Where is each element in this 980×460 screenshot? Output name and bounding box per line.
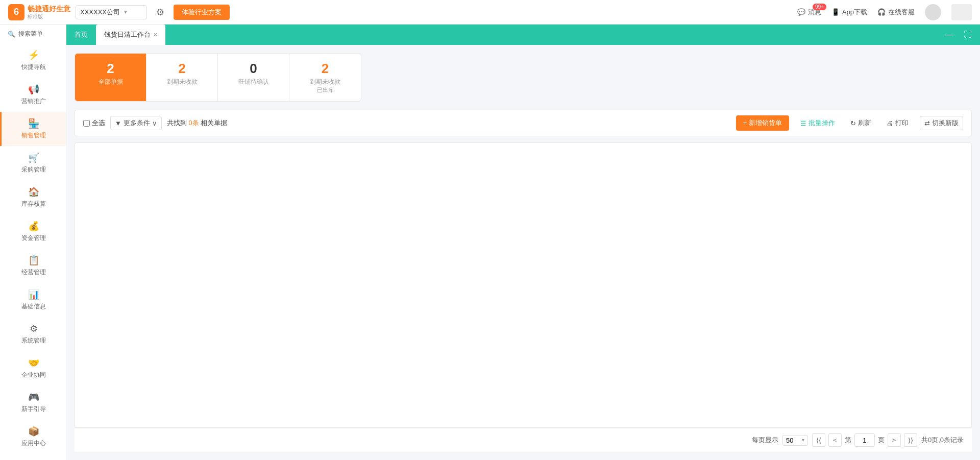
- stat-all[interactable]: 2 全部单据: [75, 54, 146, 101]
- sidebar-search[interactable]: 🔍 搜索菜单: [0, 25, 66, 43]
- next-page-button[interactable]: ＞: [888, 433, 901, 447]
- sidebar-item-system[interactable]: ⚙ 系统管理: [0, 317, 66, 351]
- print-button[interactable]: 🖨 打印: [883, 116, 913, 130]
- logo-area: 6 畅捷通好生意 标准版: [8, 4, 70, 20]
- experience-button[interactable]: 体验行业方案: [174, 5, 230, 20]
- sidebar-label-quick-nav: 快捷导航: [21, 63, 46, 71]
- sidebar-item-sales[interactable]: 🏪 销售管理: [0, 112, 66, 146]
- minimize-button[interactable]: —: [942, 28, 957, 42]
- stat-overdue-shipped-sublabel: 已出库: [305, 86, 346, 94]
- top-header: 6 畅捷通好生意 标准版 XXXXXX公司 ▼ ⚙ 体验行业方案 💬 消息 99…: [0, 0, 980, 25]
- page-content: 2 全部单据 2 到期未收款 0 旺铺待确认 2 到期未收款 已出库: [66, 45, 980, 460]
- tab-home[interactable]: 首页: [66, 25, 96, 45]
- batch-operation-button[interactable]: ☰ 批量操作: [796, 116, 839, 130]
- logo-main: 畅捷通好生意: [28, 4, 70, 13]
- marketing-icon: 📢: [28, 84, 39, 95]
- search-icon: 🔍: [8, 31, 15, 38]
- settings-button[interactable]: ⚙: [152, 4, 168, 20]
- cooperation-icon: 🤝: [28, 357, 39, 369]
- toolbar: 全选 ▼ 更多条件 ∨ 共找到 0条 相关单据 + 新增销货单 ☰: [75, 110, 972, 136]
- switch-label: 切换新版: [932, 118, 959, 128]
- sidebar-item-operations[interactable]: 📋 经营管理: [0, 249, 66, 283]
- stat-overdue-shipped[interactable]: 2 到期未收款 已出库: [289, 54, 361, 101]
- refresh-button[interactable]: ↻ 刷新: [846, 116, 875, 130]
- refresh-icon: ↻: [850, 119, 856, 127]
- logo-icon: 6: [8, 4, 24, 20]
- stat-pending[interactable]: 0 旺铺待确认: [218, 54, 289, 101]
- sidebar-item-finance[interactable]: 💰 资金管理: [0, 214, 66, 249]
- sidebar-label-app-center: 应用中心: [21, 439, 46, 448]
- maximize-button[interactable]: ⛶: [961, 28, 975, 42]
- batch-label: 批量操作: [808, 118, 835, 128]
- sidebar-label-finance: 资金管理: [21, 234, 46, 243]
- toolbar-right: + 新增销货单 ☰ 批量操作 ↻ 刷新 🖨 打印 ⇄: [736, 115, 963, 131]
- app-icon: 📱: [831, 8, 840, 16]
- message-icon: 💬: [797, 8, 805, 16]
- filter-button[interactable]: ▼ 更多条件 ∨: [110, 116, 162, 130]
- print-label: 打印: [895, 118, 909, 128]
- sidebar-item-quick-nav[interactable]: ⚡ 快捷导航: [0, 43, 66, 78]
- purchase-icon: 🛒: [28, 152, 39, 163]
- sidebar-label-cooperation: 企业协同: [21, 371, 46, 379]
- online-support-button[interactable]: 🎧 在线客服: [877, 8, 915, 17]
- home-tab-label: 首页: [75, 30, 88, 39]
- sidebar-item-app-center[interactable]: 📦 应用中心: [0, 420, 66, 454]
- filter-label: 更多条件: [124, 118, 150, 128]
- page-input[interactable]: [854, 433, 875, 447]
- print-icon: 🖨: [887, 119, 893, 127]
- workspace-tab-label: 钱货日清工作台: [104, 30, 151, 39]
- sidebar-label-purchase: 采购管理: [21, 165, 46, 174]
- stat-overdue-shipped-number: 2: [305, 61, 346, 77]
- tab-close-icon[interactable]: ×: [154, 31, 157, 38]
- inventory-icon: 🏠: [28, 186, 39, 198]
- avatar[interactable]: [925, 4, 941, 20]
- select-all-label[interactable]: 全选: [83, 118, 105, 128]
- table-area: [75, 142, 972, 428]
- tab-controls: — ⛶: [937, 28, 980, 42]
- content-area: 首页 钱货日清工作台 × — ⛶ 2 全部单据 2 到期: [66, 25, 980, 460]
- sidebar-item-marketing[interactable]: 📢 营销推广: [0, 78, 66, 112]
- system-icon: ⚙: [30, 323, 38, 334]
- pagination: 每页显示 50 10 20 100 ⟨⟨ ＜ 第 页 ＞ ⟩⟩: [75, 428, 972, 452]
- switch-version-button[interactable]: ⇄ 切换新版: [920, 116, 963, 130]
- per-page-select[interactable]: 50 10 20 100: [782, 435, 808, 446]
- first-page-button[interactable]: ⟨⟨: [812, 433, 825, 447]
- new-sale-button[interactable]: + 新增销货单: [736, 115, 789, 131]
- company-name: XXXXXX公司: [80, 8, 120, 17]
- sidebar-label-sales: 销售管理: [21, 131, 46, 140]
- select-all-text: 全选: [92, 118, 105, 128]
- company-selector[interactable]: XXXXXX公司 ▼: [76, 5, 147, 19]
- prev-page-button[interactable]: ＜: [828, 433, 842, 447]
- sidebar-item-basic-info[interactable]: 📊 基础信息: [0, 283, 66, 317]
- quick-nav-icon: ⚡: [28, 50, 39, 61]
- page-total: 共0页,0条记录: [921, 435, 964, 445]
- sidebar-label-operations: 经营管理: [21, 268, 46, 277]
- basic-info-icon: 📊: [28, 289, 39, 300]
- refresh-label: 刷新: [858, 118, 871, 128]
- header-left: 6 畅捷通好生意 标准版 XXXXXX公司 ▼ ⚙ 体验行业方案: [8, 4, 230, 20]
- last-page-button[interactable]: ⟩⟩: [904, 433, 917, 447]
- user-menu[interactable]: [951, 4, 972, 20]
- select-all-checkbox[interactable]: [83, 120, 90, 127]
- message-button[interactable]: 💬 消息 99+: [797, 8, 821, 17]
- tab-workspace[interactable]: 钱货日清工作台 ×: [96, 25, 165, 45]
- tab-bar: 首页 钱货日清工作台 × — ⛶: [66, 25, 980, 45]
- per-page-select-wrapper[interactable]: 50 10 20 100: [782, 435, 808, 446]
- sidebar-item-inventory[interactable]: 🏠 库存核算: [0, 180, 66, 214]
- sidebar-label-inventory: 库存核算: [21, 200, 46, 208]
- app-download-button[interactable]: 📱 App下载: [831, 8, 867, 17]
- logo-sub: 标准版: [28, 13, 70, 20]
- sidebar-item-wechat[interactable]: 💬 企业微信: [0, 454, 66, 460]
- sidebar-item-purchase[interactable]: 🛒 采购管理: [0, 146, 66, 180]
- sidebar-item-guide[interactable]: 🎮 新手引导: [0, 385, 66, 420]
- stat-all-number: 2: [90, 61, 131, 77]
- stat-overdue[interactable]: 2 到期未收款: [146, 54, 218, 101]
- sidebar-label-basic-info: 基础信息: [21, 302, 46, 311]
- message-badge: 99+: [813, 4, 826, 10]
- app-download-label: App下载: [842, 8, 867, 17]
- filter-chevron: ∨: [152, 119, 157, 127]
- page-label: 第: [845, 435, 851, 445]
- sidebar-item-cooperation[interactable]: 🤝 企业协同: [0, 351, 66, 385]
- sidebar-label-system: 系统管理: [21, 336, 46, 345]
- batch-icon: ☰: [800, 119, 806, 127]
